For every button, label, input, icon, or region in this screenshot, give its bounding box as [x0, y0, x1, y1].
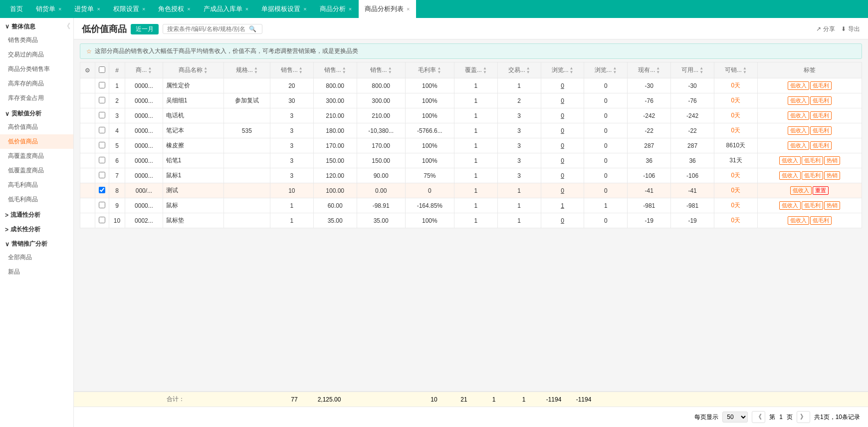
sidebar-item-high-coverage[interactable]: 高覆盖度商品	[0, 149, 73, 163]
row-checkbox[interactable]	[99, 127, 105, 133]
close-product-list-tab-icon[interactable]: ×	[407, 6, 410, 12]
close-template-tab-icon[interactable]: ×	[303, 6, 306, 12]
cell-checkbox[interactable]	[95, 183, 109, 198]
sidebar-section-growth[interactable]: > 成长性分析	[0, 221, 73, 236]
pv1-link[interactable]: 0	[561, 112, 564, 119]
cell-pv1[interactable]: 1	[541, 198, 584, 213]
cell-checkbox[interactable]	[95, 78, 109, 93]
cell-checkbox[interactable]	[95, 153, 109, 168]
sidebar-item-inventory-capital[interactable]: 库存资金占用	[0, 91, 73, 105]
th-current[interactable]: 现有...▲▼	[628, 62, 671, 78]
cell-settings	[80, 93, 95, 108]
pv1-link[interactable]: 1	[561, 202, 564, 209]
close-product-analysis-tab-icon[interactable]: ×	[349, 6, 352, 12]
th-trade[interactable]: 交易...▲▼	[497, 62, 541, 78]
search-icon[interactable]: 🔍	[249, 25, 256, 32]
cell-pv1[interactable]: 0	[541, 213, 584, 228]
cell-pv1[interactable]: 0	[541, 138, 584, 153]
page-size-select[interactable]: 50 100 200	[722, 412, 748, 423]
close-purchase-tab-icon[interactable]: ×	[97, 6, 100, 12]
th-total[interactable]: 销售...▲▼	[357, 62, 405, 78]
period-button[interactable]: 近一月	[131, 24, 159, 34]
close-sales-tab-icon[interactable]: ×	[58, 6, 61, 12]
th-settings[interactable]: ⚙	[80, 62, 95, 78]
row-checkbox[interactable]	[99, 112, 105, 118]
nav-tab-inventory[interactable]: 产成品入库单 ×	[198, 0, 254, 18]
cell-pv1[interactable]: 0	[541, 78, 584, 93]
pv1-link[interactable]: 0	[561, 82, 564, 89]
settings-icon[interactable]: ⚙	[85, 67, 90, 74]
th-pv2[interactable]: 浏览...▲▼	[584, 62, 628, 78]
pv1-link[interactable]: 0	[561, 127, 564, 134]
nav-tab-product-analysis[interactable]: 商品分析 ×	[314, 0, 358, 18]
nav-tab-home[interactable]: 首页	[4, 0, 29, 18]
search-input[interactable]	[167, 25, 247, 32]
cell-pv1[interactable]: 0	[541, 108, 584, 123]
row-checkbox[interactable]	[99, 97, 105, 103]
export-button[interactable]: ⬇ 导出	[841, 25, 860, 33]
row-checkbox[interactable]	[99, 187, 105, 193]
cell-checkbox[interactable]	[95, 123, 109, 138]
close-permissions-tab-icon[interactable]: ×	[142, 6, 145, 12]
cell-pv1[interactable]: 0	[541, 168, 584, 183]
close-inventory-tab-icon[interactable]: ×	[245, 6, 248, 12]
sidebar-item-low-margin[interactable]: 低毛利商品	[0, 192, 73, 207]
row-checkbox[interactable]	[99, 202, 105, 208]
row-checkbox[interactable]	[99, 142, 105, 148]
cell-checkbox[interactable]	[95, 168, 109, 183]
pv1-link[interactable]: 0	[561, 187, 564, 194]
cell-pv1[interactable]: 0	[541, 153, 584, 168]
next-page-button[interactable]: 》	[797, 411, 810, 423]
nav-tab-permissions[interactable]: 权限设置 ×	[107, 0, 151, 18]
pv1-link[interactable]: 0	[561, 142, 564, 149]
nav-tab-roles[interactable]: 角色授权 ×	[152, 0, 196, 18]
cell-pv1[interactable]: 0	[541, 183, 584, 198]
sidebar-item-sales-products[interactable]: 销售类商品	[0, 33, 73, 47]
nav-tab-purchase[interactable]: 进货单 ×	[68, 0, 106, 18]
nav-tab-template[interactable]: 单据模板设置 ×	[255, 0, 312, 18]
th-available[interactable]: 可用...▲▼	[671, 62, 714, 78]
th-pv1[interactable]: 浏览...▲▼	[541, 62, 584, 78]
sidebar-item-all-products[interactable]: 全部商品	[0, 250, 73, 265]
cell-pv1[interactable]: 0	[541, 123, 584, 138]
cell-pv1[interactable]: 0	[541, 93, 584, 108]
th-code[interactable]: 商...▲▼	[125, 62, 163, 78]
sidebar-item-new-products[interactable]: 新品	[0, 265, 73, 279]
cell-checkbox[interactable]	[95, 213, 109, 228]
close-roles-tab-icon[interactable]: ×	[187, 6, 190, 12]
th-coverage[interactable]: 覆盖...▲▼	[454, 62, 497, 78]
pv1-link[interactable]: 0	[561, 97, 564, 104]
share-button[interactable]: ↗ 分享	[816, 25, 835, 33]
table-wrapper[interactable]: ⚙ # 商...▲▼ 商品名称▲▼ 规格...▲▼ 销售...▲▼ 销售...▲…	[74, 62, 868, 391]
row-checkbox[interactable]	[99, 157, 105, 163]
th-qty[interactable]: 销售...▲▼	[270, 62, 313, 78]
row-checkbox[interactable]	[99, 82, 105, 88]
sidebar-item-high-value[interactable]: 高价值商品	[0, 120, 73, 134]
cell-checkbox[interactable]	[95, 198, 109, 213]
sidebar-item-high-inventory[interactable]: 高库存的商品	[0, 76, 73, 91]
sidebar-item-high-margin[interactable]: 高毛利商品	[0, 178, 73, 192]
th-margin[interactable]: 毛利率▲▼	[405, 62, 454, 78]
pv1-link[interactable]: 0	[561, 217, 564, 224]
first-page-button[interactable]: 《	[752, 411, 765, 423]
sidebar-item-traded-products[interactable]: 交易过的商品	[0, 47, 73, 62]
pv1-link[interactable]: 0	[561, 157, 564, 164]
nav-tab-product-list[interactable]: 商品分析列表 ×	[359, 0, 416, 18]
row-checkbox[interactable]	[99, 217, 105, 223]
th-spec[interactable]: 规格...▲▼	[223, 62, 270, 78]
sidebar-item-category-sales[interactable]: 商品分类销售率	[0, 62, 73, 76]
sidebar-item-low-coverage[interactable]: 低覆盖度商品	[0, 163, 73, 178]
cell-checkbox[interactable]	[95, 93, 109, 108]
cell-checkbox[interactable]	[95, 108, 109, 123]
nav-tab-sales[interactable]: 销货单 ×	[30, 0, 67, 18]
cell-checkbox[interactable]	[95, 138, 109, 153]
sidebar-collapse-btn[interactable]: 《	[63, 22, 70, 31]
select-all-checkbox[interactable]	[99, 66, 105, 73]
pv1-link[interactable]: 0	[561, 172, 564, 179]
th-sellable[interactable]: 可销...▲▼	[714, 62, 758, 78]
sidebar-item-low-value[interactable]: 低价值商品	[0, 134, 73, 149]
th-name[interactable]: 商品名称▲▼	[163, 62, 223, 78]
sidebar-section-liquidity[interactable]: > 流通性分析	[0, 207, 73, 221]
row-checkbox[interactable]	[99, 172, 105, 178]
th-price[interactable]: 销售...▲▼	[313, 62, 357, 78]
